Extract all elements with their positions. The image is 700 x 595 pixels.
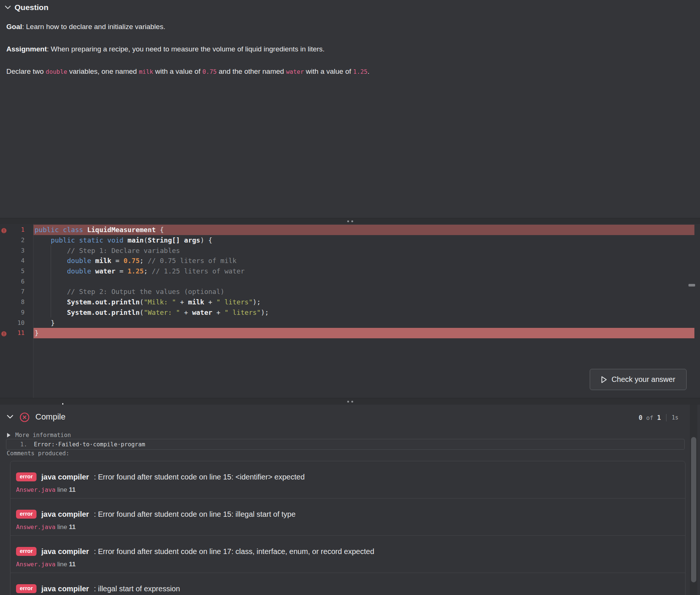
error-message: : illegal start of expression <box>94 583 180 594</box>
line-code[interactable]: } <box>34 328 694 338</box>
declare-text: with a value of <box>153 67 202 75</box>
splitter-grip-icon[interactable] <box>347 401 353 402</box>
more-information-toggle[interactable]: More information <box>7 432 71 439</box>
chevron-down-icon[interactable] <box>7 415 13 419</box>
question-body: Goal: Learn how to declare and initializ… <box>6 22 689 90</box>
inline-code: 1.25 <box>353 68 368 75</box>
error-source: java compiler <box>41 583 89 594</box>
line-code[interactable]: public static void main(String[] args) { <box>34 235 694 246</box>
inline-code: milk <box>139 68 153 75</box>
declare-text: Declare two <box>6 67 46 75</box>
assignment-label: Assignment <box>6 45 47 53</box>
line-code[interactable] <box>34 276 694 287</box>
compile-panel: Compile 0 of 1 1s More information 1. Er… <box>0 405 700 595</box>
line-code[interactable]: } <box>34 317 694 328</box>
code-line[interactable]: 1public class LiquidMeasurement { <box>0 225 700 235</box>
line-code[interactable]: System.out.println("Water: " + water + "… <box>34 307 694 318</box>
inline-code: double <box>46 68 67 75</box>
line-code[interactable]: System.out.println("Milk: " + milk + " l… <box>34 297 694 307</box>
line-code[interactable]: public class LiquidMeasurement { <box>34 225 694 235</box>
line-number: 1 <box>0 226 25 233</box>
check-answer-label: Check your answer <box>611 375 675 384</box>
line-code[interactable]: // Step 1: Declare variables <box>34 245 694 256</box>
error-card-title: errorjava compiler: illegal start of exp… <box>16 583 680 594</box>
code-editor[interactable]: 1public class LiquidMeasurement {2 publi… <box>0 224 700 398</box>
inline-code: 0.75 <box>202 68 217 75</box>
error-source: java compiler <box>41 472 89 482</box>
goal-label: Goal <box>6 23 22 31</box>
error-source: java compiler <box>41 509 89 519</box>
panel-splitter-bottom[interactable] <box>0 398 700 405</box>
error-location: Answer.java line 11 <box>16 523 680 531</box>
line-code[interactable]: double milk = 0.75; // 0.75 liters of mi… <box>34 256 694 266</box>
declare-text: with a value of <box>304 67 353 75</box>
triangle-right-icon[interactable] <box>7 433 10 437</box>
error-message: : Error found after student code on line… <box>94 472 305 482</box>
error-file-name: Answer.java <box>16 561 56 568</box>
error-card-title: errorjava compiler: Error found after st… <box>16 509 680 519</box>
compile-scrollbar-thumb[interactable] <box>691 437 696 582</box>
question-title: Question <box>15 3 48 12</box>
line-number: 6 <box>0 278 25 285</box>
code-lines[interactable]: 1public class LiquidMeasurement {2 publi… <box>0 225 700 338</box>
code-line[interactable]: 6 <box>0 276 700 287</box>
error-card: errorjava compiler: Error found after st… <box>10 498 685 535</box>
line-code[interactable]: double water = 1.25; // 1.25 liters of w… <box>34 266 694 276</box>
code-line[interactable]: 11} <box>0 328 700 338</box>
error-line-number: 11 <box>69 561 76 568</box>
comments-produced-label: Comments produced: <box>7 450 69 457</box>
line-code[interactable]: // Step 2: Output the values (optional) <box>34 287 694 297</box>
error-badge: error <box>16 584 37 593</box>
error-location: Answer.java line 11 <box>16 560 680 569</box>
line-number: 3 <box>0 247 25 254</box>
goal-paragraph: Goal: Learn how to declare and initializ… <box>6 22 689 31</box>
splitter-grip-icon[interactable] <box>347 220 353 222</box>
line-number: 11 <box>0 329 25 336</box>
play-icon <box>601 376 607 383</box>
code-line[interactable]: 5 double water = 1.25; // 1.25 liters of… <box>0 266 700 276</box>
code-line[interactable]: 9 System.out.println("Water: " + water +… <box>0 307 700 318</box>
code-line[interactable]: 7 // Step 2: Output the values (optional… <box>0 287 700 297</box>
error-line-label: line <box>56 523 69 531</box>
error-item-text: Error:·Failed·to·compile·program <box>34 441 145 448</box>
error-message: : Error found after student code on line… <box>94 509 295 519</box>
compile-title: Compile <box>35 412 66 422</box>
error-line-label: line <box>56 561 69 568</box>
more-information-label: More information <box>15 432 71 439</box>
line-number: 10 <box>0 319 25 326</box>
error-file-name: Answer.java <box>16 523 56 531</box>
line-number: 9 <box>0 309 25 316</box>
code-line[interactable]: 3 // Step 1: Declare variables <box>0 245 700 256</box>
goal-text: : Learn how to declare and initialize va… <box>22 23 165 31</box>
declare-text: variables, one named <box>67 67 139 75</box>
line-number: 2 <box>0 237 25 244</box>
chevron-down-icon[interactable] <box>5 6 11 9</box>
code-line[interactable]: 2 public static void main(String[] args)… <box>0 235 700 246</box>
code-line[interactable]: 8 System.out.println("Milk: " + milk + "… <box>0 297 700 307</box>
line-number: 5 <box>0 268 25 275</box>
exercise-page: Question Goal: Learn how to declare and … <box>0 0 700 595</box>
compile-header[interactable]: Compile 0 of 1 1s <box>0 409 700 426</box>
code-line[interactable]: 10 } <box>0 317 700 328</box>
score-of-label: of <box>646 414 653 421</box>
inline-code: water <box>286 68 304 75</box>
error-file-name: Answer.java <box>16 486 56 493</box>
error-card: errorjava compiler: Error found after st… <box>10 535 685 573</box>
error-line-number: 11 <box>69 523 76 531</box>
compile-score: 0 of 1 1s <box>639 409 678 426</box>
editor-scrollbar-thumb[interactable] <box>688 284 695 287</box>
error-card: errorjava compiler: Error found after st… <box>10 461 685 498</box>
panel-splitter-top[interactable] <box>0 218 700 224</box>
check-answer-button[interactable]: Check your answer <box>590 369 687 390</box>
question-header[interactable]: Question <box>5 3 48 12</box>
assignment-text: : When preparing a recipe, you need to m… <box>47 45 325 53</box>
line-number: 7 <box>0 288 25 295</box>
line-number: 8 <box>0 298 25 306</box>
error-status-icon <box>19 412 30 422</box>
error-badge: error <box>16 472 37 481</box>
declare-paragraph: Declare two double variables, one named … <box>6 67 689 76</box>
error-card: errorjava compiler: illegal start of exp… <box>10 573 685 595</box>
code-line[interactable]: 4 double milk = 0.75; // 0.75 liters of … <box>0 256 700 266</box>
error-item-number: 1. <box>6 441 27 448</box>
declare-text: . <box>367 67 369 75</box>
